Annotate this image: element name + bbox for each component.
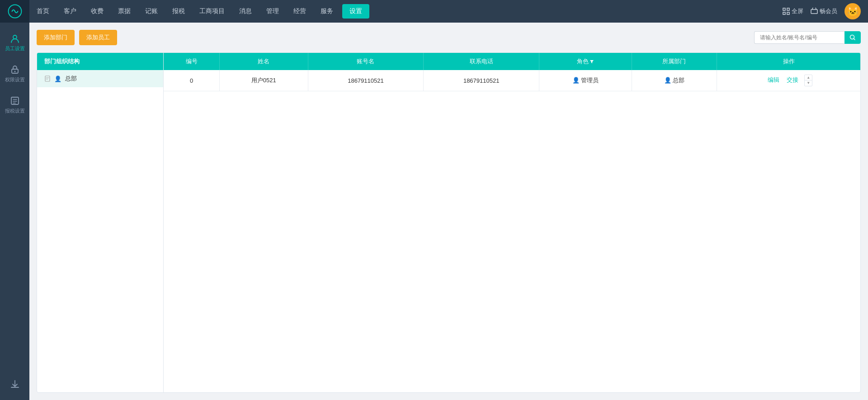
svg-rect-2	[787, 8, 789, 10]
role-user-icon: 👤	[572, 77, 580, 84]
avatar-emoji: 🐱	[847, 6, 859, 17]
avatar[interactable]: 🐱	[844, 3, 861, 19]
col-role-label: 角色	[577, 57, 589, 66]
sidebar-item-employee-label: 员工设置	[5, 45, 25, 52]
col-dept: 所属部门	[632, 53, 717, 70]
dept-label: 总部	[65, 75, 77, 83]
top-navigation: 首页客户收费票据记账报税工商项目消息管理经营服务设置 全屏 畅会员 🐱	[0, 0, 868, 23]
employee-table: 编号 姓名 账号名 联系电话	[164, 53, 860, 91]
nav-item-4[interactable]: 记账	[138, 0, 165, 23]
sidebar-item-tax[interactable]: 报税设置	[0, 89, 29, 121]
add-employee-button[interactable]: 添加员工	[79, 30, 117, 45]
svg-rect-4	[787, 12, 789, 14]
nav-item-5[interactable]: 报税	[165, 0, 192, 23]
nav-item-1[interactable]: 客户	[57, 0, 84, 23]
col-phone-label: 联系电话	[470, 58, 493, 65]
tax-icon	[10, 96, 20, 106]
search-icon	[849, 34, 856, 41]
dept-tree-item[interactable]: 👤 总部	[37, 70, 163, 87]
vip-label: 畅会员	[820, 7, 837, 15]
cell-account: 18679110521	[308, 70, 424, 91]
svg-point-6	[13, 35, 17, 39]
cell-phone: 18679110521	[424, 70, 539, 91]
logo-icon	[8, 4, 22, 19]
table-header-row: 编号 姓名 账号名 联系电话	[164, 53, 860, 70]
scroll-up-btn[interactable]: ▲	[805, 75, 812, 80]
nav-item-2[interactable]: 收费	[84, 0, 111, 23]
table-row: 0 用户0521 18679110521 18679110521 👤 管理员 👤	[164, 70, 860, 91]
col-id-label: 编号	[186, 58, 198, 65]
sidebar-item-permission-label: 权限设置	[5, 76, 25, 83]
nav-item-8[interactable]: 管理	[259, 0, 286, 23]
sidebar-item-permission[interactable]: 权限设置	[0, 58, 29, 89]
nav-items: 首页客户收费票据记账报税工商项目消息管理经营服务设置	[29, 0, 783, 23]
vip-btn[interactable]: 畅会员	[811, 7, 837, 15]
transfer-action[interactable]: 交接	[787, 76, 798, 83]
download-icon	[10, 379, 20, 389]
sidebar-item-employee[interactable]: 员工设置	[0, 27, 29, 58]
main-layout: 员工设置 权限设置 报税设置	[0, 23, 868, 400]
role-label: 管理员	[581, 77, 599, 84]
dept-user-icon: 👤	[664, 77, 671, 84]
search-button[interactable]	[844, 31, 861, 44]
col-account: 账号名	[308, 53, 424, 70]
cell-dept: 👤 总部	[632, 70, 717, 91]
filter-icon	[590, 59, 594, 64]
dept-panel: 部门组织结构 👤 总部	[37, 53, 164, 392]
nav-item-6[interactable]: 工商项目	[192, 0, 232, 23]
svg-point-8	[14, 71, 15, 72]
cell-name: 用户0521	[220, 70, 308, 91]
toolbar: 添加部门 添加员工	[37, 30, 861, 45]
nav-right: 全屏 畅会员 🐱	[783, 3, 868, 19]
fullscreen-icon	[783, 8, 790, 15]
cell-id: 0	[164, 70, 220, 91]
row-scroll-btns: ▲ ▼	[804, 75, 812, 86]
nav-item-0[interactable]: 首页	[29, 0, 57, 23]
svg-rect-3	[783, 12, 785, 14]
nav-item-9[interactable]: 经营	[286, 0, 313, 23]
nav-item-3[interactable]: 票据	[111, 0, 138, 23]
svg-rect-11	[45, 76, 50, 81]
logo[interactable]	[0, 0, 29, 23]
svg-rect-1	[783, 8, 785, 10]
scroll-down-btn[interactable]: ▼	[805, 80, 812, 86]
file-icon	[44, 75, 51, 82]
nav-item-7[interactable]: 消息	[232, 0, 259, 23]
content-area: 添加部门 添加员工 部门组织结构	[29, 23, 868, 400]
cell-actions: 编辑 交接 ▲ ▼	[717, 70, 860, 91]
col-dept-label: 所属部门	[662, 58, 686, 65]
search-input[interactable]	[754, 31, 844, 44]
employee-table-body: 0 用户0521 18679110521 18679110521 👤 管理员 👤	[164, 70, 860, 91]
col-name: 姓名	[220, 53, 308, 70]
col-id: 编号	[164, 53, 220, 70]
employee-panel: 编号 姓名 账号名 联系电话	[164, 53, 860, 392]
user-dept-icon: 👤	[54, 75, 61, 82]
employee-icon	[10, 33, 20, 43]
col-action-label: 操作	[783, 58, 795, 65]
sidebar-item-download[interactable]	[0, 373, 29, 395]
vip-icon	[811, 8, 818, 15]
edit-action[interactable]: 编辑	[768, 76, 779, 83]
sidebar-item-tax-label: 报税设置	[5, 108, 25, 114]
fullscreen-label: 全屏	[792, 7, 803, 15]
filter-icon-wrapper[interactable]: 角色	[577, 57, 594, 66]
col-account-label: 账号名	[357, 58, 374, 65]
search-container	[754, 31, 861, 44]
col-role[interactable]: 角色	[539, 53, 632, 70]
svg-rect-5	[811, 9, 817, 14]
col-phone: 联系电话	[424, 53, 539, 70]
sidebar-bottom	[0, 373, 29, 400]
panels: 部门组织结构 👤 总部	[37, 52, 861, 393]
cell-role: 👤 管理员	[539, 70, 632, 91]
nav-item-11[interactable]: 设置	[342, 4, 369, 19]
nav-item-10[interactable]: 服务	[313, 0, 340, 23]
table-wrapper: 编号 姓名 账号名 联系电话	[164, 53, 860, 392]
dept-name-label: 总部	[673, 77, 684, 84]
add-dept-button[interactable]: 添加部门	[37, 30, 75, 45]
col-name-label: 姓名	[258, 58, 269, 65]
dept-panel-header: 部门组织结构	[37, 53, 163, 70]
col-action: 操作	[717, 53, 860, 70]
sidebar: 员工设置 权限设置 报税设置	[0, 23, 29, 400]
fullscreen-btn[interactable]: 全屏	[783, 7, 803, 15]
lock-icon	[10, 65, 20, 75]
